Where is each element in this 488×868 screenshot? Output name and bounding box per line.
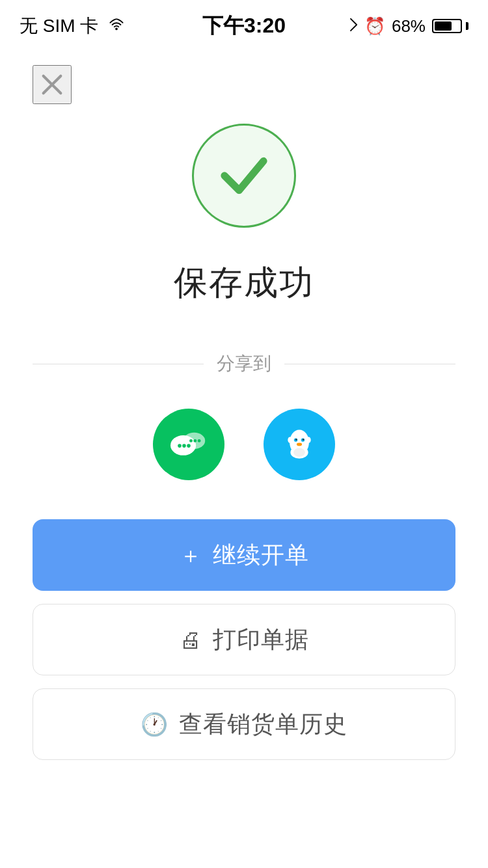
wechat-share-button[interactable] <box>153 409 224 480</box>
battery-percent: 68% <box>392 16 426 36</box>
history-icon: 🕐 <box>141 713 169 735</box>
share-label: 分享到 <box>217 351 271 376</box>
success-icon-circle <box>192 124 296 228</box>
status-right: ⏰ 68% <box>344 16 468 36</box>
wifi-icon <box>106 16 127 36</box>
svg-point-18 <box>293 448 305 457</box>
svg-point-9 <box>193 439 197 442</box>
svg-point-5 <box>178 444 182 448</box>
print-button[interactable]: 🖨 打印单据 <box>33 604 455 675</box>
svg-point-19 <box>288 437 292 443</box>
share-section: 分享到 <box>33 351 455 480</box>
qq-share-button[interactable] <box>264 409 335 480</box>
svg-point-8 <box>189 439 193 442</box>
action-buttons: ＋ 继续开单 🖨 打印单据 🕐 查看销货单历史 <box>33 519 455 760</box>
svg-point-14 <box>295 439 297 441</box>
svg-point-16 <box>297 443 302 446</box>
continue-order-label: 继续开单 <box>213 539 309 571</box>
success-title: 保存成功 <box>174 260 314 306</box>
status-left: 无 SIM 卡 <box>20 14 127 38</box>
alarm-icon: ⏰ <box>364 16 385 36</box>
history-label: 查看销货单历史 <box>179 709 347 740</box>
history-button[interactable]: 🕐 查看销货单历史 <box>33 688 455 760</box>
location-icon <box>344 16 358 36</box>
close-button[interactable] <box>33 65 72 104</box>
plus-icon: ＋ <box>180 544 202 566</box>
share-divider: 分享到 <box>33 351 455 376</box>
battery-icon <box>432 19 468 33</box>
time-display: 下午3:20 <box>202 12 286 40</box>
divider-right <box>284 364 455 364</box>
print-label: 打印单据 <box>213 624 309 656</box>
svg-point-20 <box>306 437 311 443</box>
svg-point-15 <box>303 439 305 441</box>
svg-point-6 <box>182 444 186 448</box>
svg-point-0 <box>116 29 117 30</box>
carrier-label: 无 SIM 卡 <box>20 14 98 38</box>
svg-point-10 <box>198 439 201 442</box>
share-icons <box>153 409 335 480</box>
status-bar: 无 SIM 卡 下午3:20 ⏰ 68% <box>0 0 488 52</box>
continue-order-button[interactable]: ＋ 继续开单 <box>33 519 455 591</box>
main-content: 保存成功 分享到 <box>0 52 488 793</box>
divider-left <box>33 364 204 364</box>
print-icon: 🖨 <box>180 629 202 651</box>
svg-point-7 <box>187 444 191 448</box>
